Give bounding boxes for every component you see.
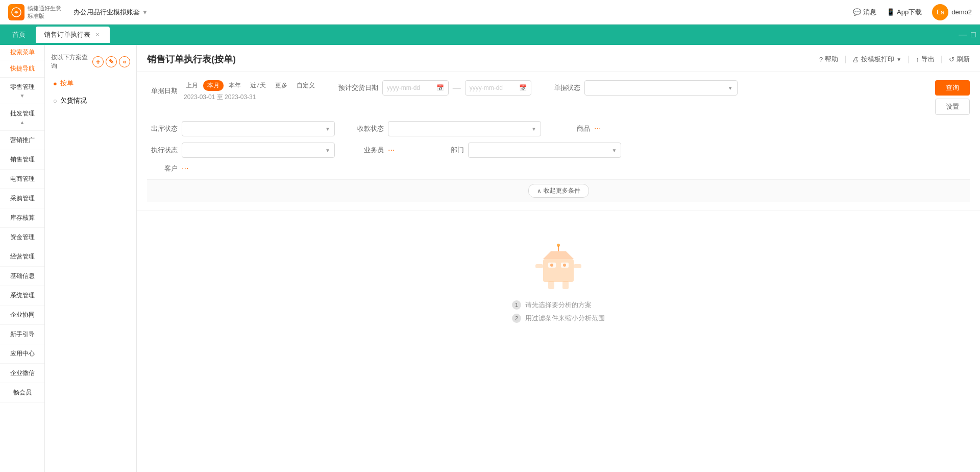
sidebar-item-operations-label: 经营管理 xyxy=(10,252,35,261)
query-button[interactable]: 查询 xyxy=(935,80,970,96)
help-icon: ? xyxy=(819,56,823,63)
message-icon: 💬 xyxy=(853,8,861,16)
tab-maximize-icon[interactable]: □ xyxy=(971,30,976,39)
print-icon: 🖨 xyxy=(852,56,859,63)
department-select[interactable]: ▼ xyxy=(468,143,621,158)
sidebar: 搜索菜单 快捷导航 零售管理 ▼ 批发管理 ▲ 营销推广 销售管理 电商管理 采… xyxy=(0,45,45,472)
svg-rect-8 xyxy=(535,264,543,268)
message-button[interactable]: 💬 消息 xyxy=(853,8,876,17)
product-label: 商品 xyxy=(559,124,590,133)
sidebar-item-appcenter-label: 应用中心 xyxy=(10,349,35,358)
date-tab-thisyear[interactable]: 本年 xyxy=(225,80,245,91)
sidebar-item-member-label: 畅会员 xyxy=(13,388,32,397)
print-arrow-icon: ▼ xyxy=(896,57,901,62)
predict-date-label: 预计交货日期 xyxy=(337,83,378,92)
left-panel-collapse-btn[interactable]: « xyxy=(119,56,130,67)
empty-step-1: 1 请先选择要分析的方案 xyxy=(512,300,605,310)
sidebar-item-purchase-label: 采购管理 xyxy=(10,194,35,203)
product-dots[interactable]: ··· xyxy=(594,124,601,133)
date-separator: — xyxy=(453,83,461,92)
exec-status-select[interactable]: ▼ xyxy=(182,143,335,158)
date-label: 单据日期 xyxy=(147,86,178,96)
help-button[interactable]: ? 帮助 xyxy=(819,55,838,64)
delivery-status-field: 出库状态 ▼ xyxy=(147,121,335,136)
filter-row-4: 客户 ··· xyxy=(147,164,970,173)
salesperson-dots[interactable]: ··· xyxy=(388,146,395,155)
product-field: 商品 ··· xyxy=(559,124,601,133)
sidebar-item-cooperation[interactable]: 企业协同 xyxy=(0,305,44,325)
sidebar-item-wholesale[interactable]: 批发管理 ▲ xyxy=(0,104,44,131)
empty-step-2: 2 用过滤条件来缩小分析范围 xyxy=(512,314,605,323)
sidebar-item-ecommerce-label: 电商管理 xyxy=(10,175,35,183)
svg-point-5 xyxy=(563,264,566,267)
refresh-icon: ↺ xyxy=(949,56,954,63)
left-panel-item-shortage[interactable]: ○ 欠货情况 xyxy=(45,92,136,109)
customer-dots[interactable]: ··· xyxy=(182,164,188,173)
delivery-status-select[interactable]: ▼ xyxy=(182,121,335,136)
empty-illustration xyxy=(533,241,584,292)
predict-date-to[interactable]: yyyy-mm-dd 📅 xyxy=(465,80,531,96)
sidebar-item-wechat[interactable]: 企业微信 xyxy=(0,364,44,383)
breadcrumb-area: 办公用品行业模拟账套 ▼ xyxy=(74,8,148,17)
status-dropdown-icon: ▼ xyxy=(728,85,733,91)
predict-date-from[interactable]: yyyy-mm-dd 📅 xyxy=(382,80,449,96)
sidebar-nav-quick[interactable]: 快捷导航 xyxy=(0,60,44,78)
date-range-text: 2023-03-01 至 2023-03-31 xyxy=(184,93,319,102)
sidebar-item-operations[interactable]: 经营管理 xyxy=(0,247,44,267)
sidebar-item-basics-label: 基础信息 xyxy=(10,272,35,280)
step-2-num: 2 xyxy=(512,314,521,323)
sidebar-item-member[interactable]: 畅会员 xyxy=(0,383,44,403)
user-info[interactable]: Ea demo2 xyxy=(932,4,972,20)
payment-status-arrow: ▼ xyxy=(531,126,536,132)
calendar-icon-from: 📅 xyxy=(436,84,444,91)
settings-button[interactable]: 设置 xyxy=(935,99,970,115)
sidebar-item-retail[interactable]: 零售管理 ▼ xyxy=(0,78,44,104)
sidebar-item-system[interactable]: 系统管理 xyxy=(0,286,44,305)
top-bar-left: 畅捷通好生意 标准版 办公用品行业模拟账套 ▼ xyxy=(8,4,148,20)
print-button[interactable]: 🖨 按模板打印 ▼ xyxy=(852,55,901,64)
sidebar-item-newuser[interactable]: 新手引导 xyxy=(0,325,44,344)
tab-minimize-icon[interactable]: — xyxy=(959,30,967,39)
breadcrumb-dropdown-icon[interactable]: ▼ xyxy=(142,9,148,16)
collapse-button[interactable]: ∧ 收起更多条件 xyxy=(528,184,589,198)
date-tab-custom[interactable]: 自定义 xyxy=(292,80,319,91)
left-panel-title: 按以下方案查询 xyxy=(51,53,92,70)
left-panel-header: 按以下方案查询 + ✎ « xyxy=(45,49,136,75)
status-select[interactable]: ▼ xyxy=(584,80,738,96)
export-button[interactable]: ↑ 导出 xyxy=(916,55,935,64)
sidebar-item-inventory[interactable]: 库存核算 xyxy=(0,208,44,228)
sidebar-item-marketing[interactable]: 营销推广 xyxy=(0,131,44,150)
left-panel-edit-btn[interactable]: ✎ xyxy=(106,56,117,67)
tab-home[interactable]: 首页 xyxy=(4,27,34,43)
sidebar-item-finance-label: 资金管理 xyxy=(10,233,35,242)
top-bar: 畅捷通好生意 标准版 办公用品行业模拟账套 ▼ 💬 消息 📱 App下载 Ea … xyxy=(0,0,980,25)
customer-field: 客户 ··· xyxy=(147,164,188,173)
department-label: 部门 xyxy=(433,146,464,155)
sidebar-item-finance[interactable]: 资金管理 xyxy=(0,228,44,247)
date-tab-thismonth[interactable]: 本月 xyxy=(203,80,224,91)
sidebar-item-basics[interactable]: 基础信息 xyxy=(0,267,44,286)
date-tab-more[interactable]: 更多 xyxy=(271,80,291,91)
left-panel-item-icon-order: ● xyxy=(53,80,57,87)
tab-sales-exec[interactable]: 销售订单执行表 × xyxy=(36,27,110,43)
sidebar-item-sales[interactable]: 销售管理 xyxy=(0,150,44,170)
svg-rect-1 xyxy=(543,259,574,282)
tab-bar-right: — □ xyxy=(959,30,976,39)
left-panel-add-btn[interactable]: + xyxy=(92,56,104,67)
app-download-button[interactable]: 📱 App下载 xyxy=(887,8,922,17)
sidebar-item-ecommerce[interactable]: 电商管理 xyxy=(0,170,44,189)
date-tab-lastmonth[interactable]: 上月 xyxy=(182,80,202,91)
left-panel-item-by-order[interactable]: ● 按单 xyxy=(45,75,136,92)
step-1-num: 1 xyxy=(512,300,521,310)
tab-close-icon[interactable]: × xyxy=(93,31,102,39)
top-bar-right: 💬 消息 📱 App下载 Ea demo2 xyxy=(853,4,972,20)
refresh-button[interactable]: ↺ 刷新 xyxy=(949,55,970,64)
left-panel-actions: + ✎ « xyxy=(92,56,130,67)
payment-status-select[interactable]: ▼ xyxy=(388,121,541,136)
left-panel: 按以下方案查询 + ✎ « ● 按单 ○ 欠货情况 xyxy=(45,45,137,472)
delivery-status-arrow: ▼ xyxy=(325,126,330,132)
sidebar-item-purchase[interactable]: 采购管理 xyxy=(0,189,44,208)
sidebar-item-appcenter[interactable]: 应用中心 xyxy=(0,344,44,364)
date-tab-7days[interactable]: 近7天 xyxy=(246,80,270,91)
sidebar-search[interactable]: 搜索菜单 xyxy=(0,45,44,60)
